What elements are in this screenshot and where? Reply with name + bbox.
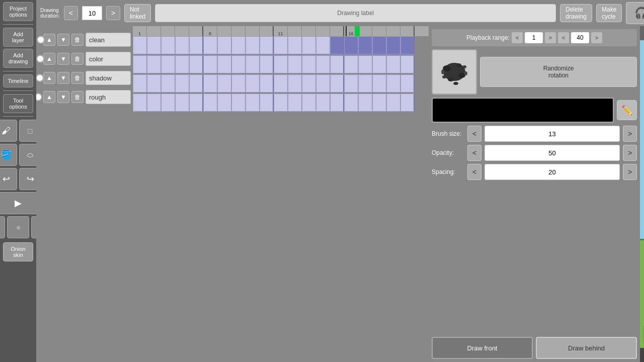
timeline-cell[interactable] [386, 74, 400, 93]
brush-tool-btn[interactable]: 🖌 [0, 120, 17, 142]
play-btn[interactable]: ▶ [0, 192, 41, 214]
timeline-cell[interactable] [147, 74, 161, 93]
pb-range-start-next[interactable]: > [545, 32, 556, 43]
timeline-cell[interactable] [231, 55, 246, 73]
layer-up-btn[interactable]: ▲ [43, 53, 55, 65]
timeline-cell[interactable] [344, 36, 358, 54]
timeline-cell[interactable] [203, 55, 217, 73]
timeline-cell[interactable] [217, 36, 231, 54]
timeline-cell[interactable] [386, 55, 400, 73]
timeline-cell[interactable] [133, 36, 147, 54]
timeline-cell[interactable] [147, 94, 161, 112]
timeline-cell[interactable] [316, 36, 330, 54]
keyframe-btn[interactable]: ◆ [7, 216, 29, 238]
timeline-cell[interactable] [189, 94, 203, 112]
dur-prev-btn[interactable]: < [64, 6, 78, 20]
drawing-label-input[interactable]: Drawing label [155, 4, 556, 22]
timeline-cell[interactable] [133, 94, 147, 112]
layer-slider[interactable] [38, 76, 41, 80]
brush-preview-box[interactable] [432, 49, 477, 95]
opacity-inc[interactable]: > [623, 145, 637, 161]
undo-btn[interactable]: ↩ [0, 168, 17, 190]
timeline-cell[interactable] [133, 55, 147, 73]
timeline-cell[interactable] [344, 94, 358, 112]
timeline-cell[interactable] [400, 36, 415, 54]
headphones-btn[interactable]: 🎧 [626, 2, 644, 24]
timeline-cell[interactable] [246, 94, 260, 112]
timeline-cell[interactable] [231, 94, 246, 112]
pb-range-start-prev[interactable]: < [512, 32, 523, 43]
timeline-cell[interactable] [358, 55, 372, 73]
dur-next-btn[interactable]: > [106, 6, 120, 20]
timeline-cell[interactable] [175, 94, 189, 112]
timeline-cell[interactable] [288, 36, 302, 54]
color-swatch[interactable] [432, 98, 614, 123]
timeline-cell[interactable] [400, 94, 415, 112]
timeline-cell[interactable] [372, 94, 386, 112]
timeline-cell[interactable] [133, 74, 147, 93]
timeline-cell[interactable] [358, 36, 372, 54]
timeline-cell[interactable] [288, 55, 302, 73]
timeline-cell[interactable] [147, 36, 161, 54]
tool-options-btn[interactable]: Tool options [3, 94, 33, 113]
project-options-btn[interactable]: Project options [3, 2, 33, 21]
layer-up-btn[interactable]: ▲ [43, 72, 55, 84]
timeline-cell[interactable] [161, 55, 175, 73]
delete-drawing-btn[interactable]: Delete drawing [560, 4, 592, 22]
timeline-cell[interactable] [386, 94, 400, 112]
layer-slider-thumb[interactable] [36, 93, 42, 101]
timeline-cell[interactable] [302, 36, 316, 54]
timeline-cell[interactable] [274, 55, 288, 73]
timeline-cell[interactable] [175, 74, 189, 93]
spacing-inc[interactable]: > [623, 164, 637, 180]
timeline-cell[interactable] [372, 55, 386, 73]
timeline-btn[interactable]: Timeline [3, 74, 33, 87]
timeline-cell[interactable] [175, 36, 189, 54]
timeline-cell[interactable] [372, 36, 386, 54]
timeline-cell[interactable] [330, 55, 344, 73]
layer-down-btn[interactable]: ▼ [57, 91, 69, 103]
timeline-cell[interactable] [358, 94, 372, 112]
timeline-cell[interactable] [260, 74, 274, 93]
not-linked-btn[interactable]: Not linked [124, 4, 151, 22]
timeline-cell[interactable] [316, 74, 330, 93]
timeline-cell[interactable] [400, 55, 415, 73]
layer-down-btn[interactable]: ▼ [57, 72, 69, 84]
timeline-cell[interactable] [217, 55, 231, 73]
bucket-tool-btn[interactable]: 🪣 [0, 144, 17, 166]
draw-front-btn[interactable]: Draw front [432, 337, 533, 359]
onion-skin-btn[interactable]: Onion skin [3, 242, 33, 261]
timeline-cell[interactable] [274, 74, 288, 93]
timeline-cell[interactable] [260, 94, 274, 112]
layer-slider-thumb[interactable] [36, 55, 44, 63]
timeline-cell[interactable] [246, 55, 260, 73]
timeline-cell[interactable] [147, 55, 161, 73]
timeline-cell[interactable] [217, 74, 231, 93]
timeline-cell[interactable] [316, 94, 330, 112]
layer-delete-btn[interactable]: 🗑 [71, 53, 84, 65]
layer-slider-thumb[interactable] [36, 74, 44, 82]
timeline-cell[interactable] [274, 36, 288, 54]
brush-size-inc[interactable]: > [623, 126, 637, 142]
timeline-cell[interactable] [231, 36, 246, 54]
layer-slider[interactable] [38, 57, 41, 61]
timeline-cell[interactable] [330, 36, 344, 54]
timeline-cell[interactable] [246, 36, 260, 54]
timeline-cell[interactable] [344, 55, 358, 73]
layer-delete-btn[interactable]: 🗑 [71, 34, 84, 46]
timeline-cell[interactable] [161, 36, 175, 54]
timeline-cell[interactable] [302, 94, 316, 112]
timeline-cell[interactable] [189, 36, 203, 54]
timeline-cell[interactable] [203, 94, 217, 112]
spacing-dec[interactable]: < [467, 164, 481, 180]
layer-slider[interactable] [38, 38, 41, 42]
timeline-cell[interactable] [231, 74, 246, 93]
layer-slider[interactable] [38, 95, 41, 99]
timeline-cell[interactable] [302, 74, 316, 93]
layer-down-btn[interactable]: ▼ [57, 34, 69, 46]
timeline-cell[interactable] [358, 74, 372, 93]
timeline-cell[interactable] [260, 55, 274, 73]
timeline-cell[interactable] [386, 36, 400, 54]
timeline-cell[interactable] [203, 36, 217, 54]
timeline-cell[interactable] [344, 74, 358, 93]
